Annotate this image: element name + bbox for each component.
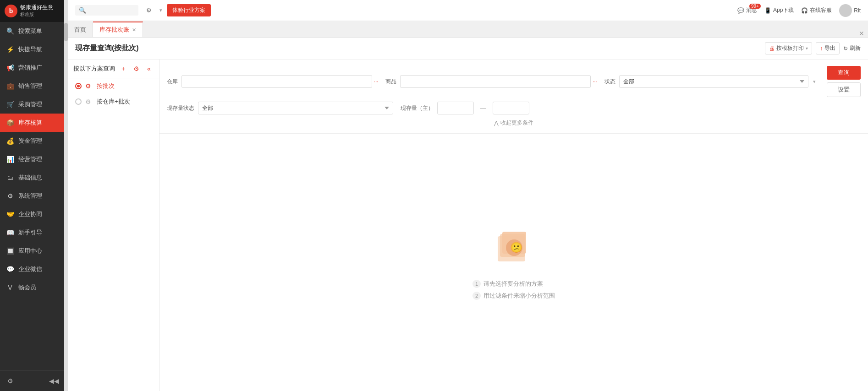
- stock-status-select[interactable]: 全部 有库存 无库存: [198, 102, 393, 114]
- user-name: Rit: [854, 7, 861, 14]
- nav-item-资金管理[interactable]: 💰 资金管理: [0, 132, 64, 150]
- stock-qty-min[interactable]: [437, 102, 474, 114]
- warehouse-input-group: ···: [181, 75, 378, 88]
- topbar-settings-btn[interactable]: ⚙: [143, 5, 155, 16]
- filter-header-actions: + ⚙ «: [119, 64, 154, 73]
- nav-item-营销推广[interactable]: 📢 营销推广: [0, 59, 64, 77]
- filter-settings-btn[interactable]: ⚙: [132, 64, 141, 73]
- print-dropdown-icon[interactable]: ▾: [806, 46, 808, 51]
- filter-item-warehouse-batch[interactable]: ⚙ 按仓库+批次: [68, 94, 159, 109]
- footer-settings-icon[interactable]: ⚙: [5, 375, 16, 386]
- nav-item-基础信息[interactable]: 🗂 基础信息: [0, 168, 64, 187]
- nav-item-快捷导航[interactable]: ⚡ 快捷导航: [0, 40, 64, 59]
- nav-item-库存核算[interactable]: 📦 库存核算: [0, 114, 64, 132]
- nav-label-12: 应用中心: [18, 247, 42, 255]
- main-area: 🔍 ⚙ ▾ 体验行业方案 💬 消息 99+ 📱 App下载 🎧 在线客服: [68, 0, 868, 391]
- nav-item-新手引导[interactable]: 📖 新手引导: [0, 223, 64, 242]
- online-service-btn[interactable]: 🎧 在线客服: [801, 6, 832, 14]
- filter-header: 按以下方案查询 + ⚙ «: [68, 60, 159, 78]
- nav-label-0: 搜索菜单: [18, 27, 42, 35]
- message-badge: 99+: [749, 4, 761, 9]
- warehouse-field: 仓库 ···: [167, 75, 378, 88]
- nav-item-经营管理[interactable]: 📊 经营管理: [0, 150, 64, 168]
- nav-label-5: 库存核算: [18, 119, 42, 127]
- footer-collapse-icon[interactable]: ◀◀: [49, 375, 60, 386]
- status-dropdown-icon: ▾: [813, 79, 816, 85]
- export-btn[interactable]: ↑ 导出: [816, 42, 840, 54]
- nav-label-1: 快捷导航: [18, 45, 42, 54]
- nav-item-企业微信[interactable]: 💬 企业微信: [0, 260, 64, 278]
- user-avatar: [839, 4, 852, 17]
- page-title: 现存量查询(按批次): [75, 43, 139, 53]
- action-column: 查询 设置: [823, 66, 861, 97]
- nav-item-畅会员[interactable]: V 畅会员: [0, 278, 64, 297]
- tab-home-label: 首页: [74, 26, 86, 34]
- warehouse-input[interactable]: [181, 75, 372, 88]
- collapse-btn[interactable]: ⋀ 收起更多条件: [494, 119, 533, 127]
- sidebar: b 畅康通好生意 标准版 🔍 搜索菜单 ⚡ 快捷导航 📢 营销推广 💼 销售管理…: [0, 0, 64, 391]
- filter-radio-batch: [75, 83, 82, 89]
- sidebar-footer: ⚙ ◀◀: [0, 370, 64, 391]
- stock-status-field: 现存量状态 全部 有库存 无库存: [167, 102, 393, 114]
- status-select[interactable]: 全部 正常 锁定: [619, 75, 808, 88]
- filter-collapse-btn[interactable]: «: [144, 64, 154, 73]
- product-more-btn[interactable]: ···: [593, 79, 597, 84]
- tab-home[interactable]: 首页: [68, 22, 93, 37]
- app-download-btn[interactable]: 📱 App下载: [764, 6, 794, 14]
- app-title-block: 畅康通好生意 标准版: [20, 4, 53, 18]
- topbar: 🔍 ⚙ ▾ 体验行业方案 💬 消息 99+ 📱 App下载 🎧 在线客服: [68, 0, 868, 21]
- sidebar-header: b 畅康通好生意 标准版: [0, 0, 64, 22]
- export-label: 导出: [824, 44, 835, 52]
- search-input[interactable]: [89, 7, 135, 14]
- nav-icon-12: 🔲: [5, 246, 15, 255]
- query-btn[interactable]: 查询: [827, 66, 861, 80]
- nav-item-应用中心[interactable]: 🔲 应用中心: [0, 242, 64, 260]
- experience-btn[interactable]: 体验行业方案: [167, 4, 211, 16]
- tip-num-1: 1: [472, 280, 481, 288]
- tab-inventory[interactable]: 库存批次账 ✕: [93, 22, 143, 37]
- status-field: 状态 全部 正常 锁定 ▾: [604, 75, 816, 88]
- export-icon: ↑: [820, 45, 823, 52]
- sidebar-nav: 🔍 搜索菜单 ⚡ 快捷导航 📢 营销推广 💼 销售管理 🛒 采购管理 📦 库存核…: [0, 22, 64, 370]
- nav-label-3: 销售管理: [18, 82, 42, 90]
- filter-radio-warehouse: [75, 98, 82, 105]
- app-name: 畅康通好生意: [20, 4, 53, 11]
- filter-actions: ⋀ 收起更多条件: [167, 119, 861, 127]
- warehouse-more-btn[interactable]: ···: [374, 79, 378, 84]
- app-logo: b: [5, 5, 17, 17]
- nav-item-采购管理[interactable]: 🛒 采购管理: [0, 95, 64, 114]
- nav-label-8: 基础信息: [18, 174, 42, 182]
- online-service-label: 在线客服: [810, 6, 832, 14]
- nav-label-2: 营销推广: [18, 64, 42, 72]
- search-icon: 🔍: [79, 7, 86, 14]
- nav-icon-10: 🤝: [5, 210, 15, 219]
- nav-icon-7: 📊: [5, 155, 15, 164]
- app-download-icon: 📱: [764, 7, 771, 14]
- nav-item-企业协同[interactable]: 🤝 企业协同: [0, 205, 64, 223]
- user-profile-btn[interactable]: Rit: [839, 4, 861, 17]
- empty-icon: 😕: [491, 225, 537, 271]
- topbar-search-box[interactable]: 🔍: [75, 5, 138, 16]
- tabs-close-all-btn[interactable]: ✕: [859, 30, 864, 37]
- main-content: 仓库 ··· 商品 ··· 状态: [159, 60, 868, 391]
- batch-icon: ⚙: [85, 82, 91, 90]
- settings-btn[interactable]: 设置: [827, 82, 861, 97]
- empty-tip-1: 1 请先选择要分析的方案: [472, 280, 555, 288]
- filter-add-btn[interactable]: +: [119, 64, 128, 73]
- tab-close-btn[interactable]: ✕: [132, 27, 136, 33]
- stock-qty-max[interactable]: [493, 102, 529, 114]
- refresh-btn[interactable]: ↻ 刷新: [843, 44, 861, 52]
- scrollbar-thumb[interactable]: [64, 23, 68, 41]
- nav-icon-13: 💬: [5, 265, 15, 274]
- print-btn[interactable]: 🖨 按模板打印 ▾: [765, 42, 812, 54]
- dropdown-arrow-icon[interactable]: ▾: [159, 7, 162, 13]
- filter-item-batch[interactable]: ⚙ 按批次: [68, 78, 159, 94]
- message-btn[interactable]: 💬 消息 99+: [737, 6, 757, 14]
- stock-qty-dash: —: [480, 105, 486, 112]
- nav-item-系统管理[interactable]: ⚙ 系统管理: [0, 187, 64, 205]
- product-input[interactable]: [400, 75, 591, 88]
- nav-item-销售管理[interactable]: 💼 销售管理: [0, 77, 64, 95]
- collapse-up-icon: ⋀: [494, 120, 499, 126]
- tab-inventory-label: 库存批次账: [99, 26, 129, 34]
- nav-item-搜索菜单[interactable]: 🔍 搜索菜单: [0, 22, 64, 40]
